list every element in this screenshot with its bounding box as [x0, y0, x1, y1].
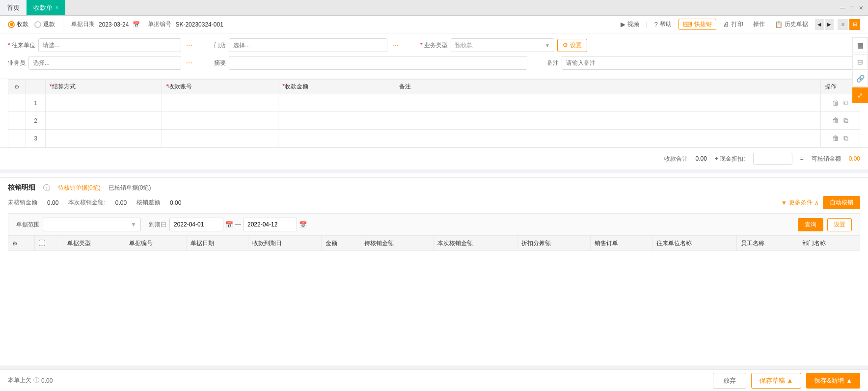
table-header-row: ⚙ *结算方式 *收款账号 *收款金额 备注 操作	[8, 80, 860, 94]
store-input[interactable]	[229, 38, 387, 52]
col-sales-order: 销售订单	[591, 236, 652, 251]
summary-input[interactable]	[229, 56, 527, 70]
calendar-start-icon[interactable]: 📅	[225, 221, 233, 228]
video-label: 视频	[627, 20, 639, 28]
tab-receipt[interactable]: 收款单 ×	[27, 0, 65, 15]
history-label: 历史单据	[785, 20, 808, 28]
row-remark-3[interactable]	[395, 130, 821, 147]
right-icon-4[interactable]: ⤢	[852, 87, 868, 103]
biz-type-value: 预收款	[455, 41, 543, 50]
doc-date-info: 单据日期 2023-03-24 📅	[71, 20, 140, 28]
writeoff-info-icon[interactable]: i	[43, 184, 50, 191]
video-btn[interactable]: ▶ 视频	[618, 19, 642, 29]
nav-arrows: ◀ ▶	[815, 19, 834, 30]
grid-view-icon[interactable]: ⊞	[849, 19, 860, 30]
table-row: 3 🗑 ⧉	[8, 130, 860, 147]
right-icon-1[interactable]: ▦	[852, 37, 868, 53]
row-delete-2[interactable]: 🗑	[832, 116, 839, 124]
calendar-icon[interactable]: 📅	[133, 21, 140, 28]
remark-header: 备注	[395, 80, 821, 94]
row-account-1[interactable]	[162, 94, 278, 112]
nav-prev[interactable]: ◀	[815, 19, 824, 30]
help-btn[interactable]: ? 帮助	[651, 19, 675, 29]
row-remark-2[interactable]	[395, 112, 821, 130]
right-icon-3[interactable]: 🔗	[852, 71, 868, 86]
more-conditions-btn[interactable]: ▼ 更多条件 ∧	[781, 198, 819, 207]
window-min-icon[interactable]: ─	[840, 4, 845, 12]
print-label: 打印	[732, 20, 743, 28]
col-doc-num: 单据编号	[125, 236, 187, 251]
row-copy-1[interactable]: ⧉	[843, 99, 848, 107]
row-amount-2[interactable]	[278, 112, 395, 130]
available-val: 0.00	[849, 155, 860, 162]
row-copy-2[interactable]: ⧉	[843, 116, 848, 124]
tab-home[interactable]: 首页	[0, 0, 27, 15]
settings-button[interactable]: ⚙ 设置	[557, 39, 587, 52]
history-btn[interactable]: 📋 历史单据	[772, 19, 811, 29]
table-row: 1 🗑 ⧉	[8, 94, 860, 112]
uncancelled-val: 0.00	[47, 199, 58, 206]
remark-input[interactable]	[562, 56, 860, 70]
done-tab[interactable]: 已核销单据(0笔)	[108, 184, 151, 192]
row-delete-1[interactable]: 🗑	[832, 99, 839, 107]
store-field: 门店 ···	[214, 38, 401, 52]
row-gear-2	[8, 112, 26, 130]
row-settlement-2[interactable]	[46, 112, 162, 130]
biz-type-select[interactable]: 预收款 ▼	[451, 38, 554, 52]
row-ops-2: 🗑 ⧉	[821, 112, 860, 130]
counter-party-input[interactable]	[38, 38, 181, 52]
calendar-end-icon[interactable]: 📅	[299, 221, 307, 228]
staff-more[interactable]: ···	[184, 58, 194, 67]
print-btn[interactable]: 🖨 打印	[720, 19, 746, 29]
gear-header[interactable]: ⚙	[8, 80, 26, 94]
row-amount-3[interactable]	[278, 130, 395, 147]
right-icon-2[interactable]: ⊟	[852, 54, 868, 70]
window-close-icon[interactable]: ×	[859, 4, 863, 12]
toolbar-divider-1	[63, 20, 63, 29]
shortcut-btn[interactable]: ⌨ 快捷键	[678, 19, 716, 30]
store-label: 门店	[214, 41, 226, 50]
list-view-icon[interactable]: ≡	[838, 19, 848, 30]
query-button[interactable]: 查询	[798, 218, 823, 231]
date-start-input[interactable]	[169, 218, 223, 231]
col-gear[interactable]: ⚙	[8, 236, 35, 251]
row-copy-3[interactable]: ⧉	[843, 134, 848, 142]
range-select[interactable]: ▼	[43, 218, 141, 231]
row-amount-1[interactable]	[278, 94, 395, 112]
line-items-table: ⚙ *结算方式 *收款账号 *收款金额 备注 操作 1	[8, 79, 860, 147]
row-ops-3: 🗑 ⧉	[821, 130, 860, 147]
account-header: *收款账号	[162, 80, 278, 94]
row-account-3[interactable]	[162, 130, 278, 147]
tab-bar: 首页 收款单 × ─ □ ×	[0, 0, 868, 16]
operation-btn[interactable]: 操作	[750, 19, 768, 29]
auto-writeoff-button[interactable]: 自动核销	[823, 196, 860, 209]
counter-party-more[interactable]: ···	[184, 41, 194, 50]
row-settlement-3[interactable]	[46, 130, 162, 147]
nav-next[interactable]: ▶	[825, 19, 834, 30]
row-remark-1[interactable]	[395, 94, 821, 112]
row-delete-3[interactable]: 🗑	[832, 134, 839, 142]
equal-label: =	[800, 155, 804, 162]
select-all-checkbox[interactable]	[39, 240, 45, 246]
view-icons: ≡ ⊞	[838, 19, 860, 30]
right-panel: ▦ ⊟ 🔗 ⤢	[852, 37, 868, 103]
discount-input[interactable]	[753, 153, 792, 165]
filter-settings-button[interactable]: 设置	[827, 218, 852, 231]
refund-radio[interactable]: 退款	[34, 20, 55, 28]
staff-input[interactable]	[28, 56, 181, 70]
receipt-radio[interactable]: 收款	[8, 20, 28, 28]
row-account-2[interactable]	[162, 112, 278, 130]
col-counter-party: 往来单位名称	[652, 236, 736, 251]
biz-type-arrow: ▼	[545, 43, 550, 48]
tab-receipt-close[interactable]: ×	[55, 5, 58, 10]
window-max-icon[interactable]: □	[850, 4, 854, 12]
total-val: 0.00	[696, 155, 707, 162]
row-settlement-1[interactable]	[46, 94, 162, 112]
store-more[interactable]: ···	[390, 41, 401, 50]
form-row-1: 往来单位 ··· 门店 ··· 业务类型 预收款 ▼ ⚙ 设置	[8, 38, 860, 52]
date-end-input[interactable]	[243, 218, 297, 231]
summary-field: 摘要	[214, 56, 527, 70]
col-checkbox[interactable]	[35, 236, 63, 251]
pending-tab[interactable]: 待核销单据(0笔)	[58, 184, 101, 192]
doc-num-label: 单据编号	[148, 20, 171, 28]
